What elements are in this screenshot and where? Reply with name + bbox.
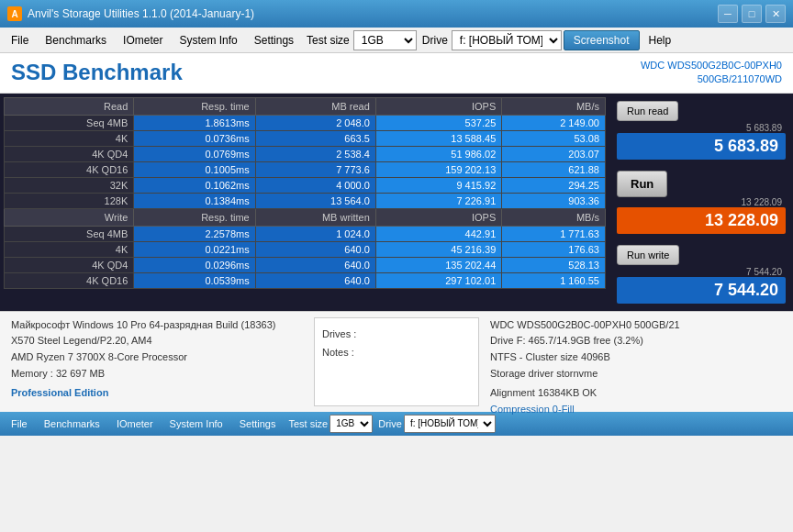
mb-4kqd4-write: 640.0	[255, 257, 375, 272]
mbs-seq4mb-read: 2 149.00	[502, 115, 606, 130]
read-row-4k: 4K 0.0736ms 663.5 13 588.45 53.08	[5, 130, 606, 146]
mbs-4k-write: 176.63	[502, 241, 606, 257]
right-line4: Storage driver stornvme	[490, 366, 782, 382]
menu-iometer[interactable]: IOmeter	[116, 30, 170, 50]
col-mbs: MB/s	[502, 97, 606, 115]
mbs-4kqd4-write: 528.13	[502, 257, 606, 272]
right-line2: Drive F: 465.7/14.9GB free (3.2%)	[490, 333, 782, 349]
run-write-button[interactable]: Run write	[617, 245, 679, 265]
menu-file[interactable]: File	[4, 30, 36, 50]
test-size-group: Test size 1GB 512MB 256MB	[307, 30, 417, 50]
col-resp-time-w: Resp. time	[134, 208, 255, 226]
mbs-32k-read: 294.25	[502, 177, 606, 193]
label-4kqd16-read: 4K QD16	[5, 161, 134, 177]
test-size-select[interactable]: 1GB 512MB 256MB	[353, 30, 417, 50]
taskbar-drive-select[interactable]: f: [НОВЫЙ ТОМ]	[404, 415, 496, 433]
label-4kqd4-read: 4K QD4	[5, 146, 134, 161]
label-4k-read: 4K	[5, 130, 134, 146]
sys-line2: X570 Steel Legend/P2.20, AM4	[11, 333, 303, 349]
label-32k-read: 32K	[5, 177, 134, 193]
resp-seq4mb-write: 2.2578ms	[134, 226, 255, 241]
drive-label: Drive	[422, 34, 448, 47]
mbs-4k-read: 53.08	[502, 130, 606, 146]
status-left: Майкрософт Windows 10 Pro 64-разрядная B…	[11, 317, 314, 406]
run-button[interactable]: Run	[617, 171, 667, 197]
label-seq4mb-write: Seq 4MB	[5, 226, 134, 241]
close-button[interactable]: ✕	[765, 5, 786, 23]
test-size-label: Test size	[307, 34, 350, 47]
resp-4kqd4-read: 0.0769ms	[134, 146, 255, 161]
iops-4kqd4-write: 135 202.44	[375, 257, 501, 272]
iops-32k-read: 9 415.92	[375, 177, 501, 193]
mb-32k-read: 4 000.0	[255, 177, 375, 193]
sys-line3: AMD Ryzen 7 3700X 8-Core Processor	[11, 349, 303, 366]
read-row-4kqd16: 4K QD16 0.1005ms 7 773.6 159 202.13 621.…	[5, 161, 606, 177]
write-row-4kqd4: 4K QD4 0.0296ms 640.0 135 202.44 528.13	[5, 257, 606, 272]
menu-settings[interactable]: Settings	[247, 30, 301, 50]
screenshot-button[interactable]: Screenshot	[564, 30, 640, 50]
write-score-value: 7 544.20	[617, 277, 786, 304]
read-row-seq4mb: Seq 4MB 1.8613ms 2 048.0 537.25 2 149.00	[5, 115, 606, 130]
professional-edition: Professional Edition	[11, 385, 303, 402]
resp-32k-read: 0.1062ms	[134, 177, 255, 193]
write-header-row: Write Resp. time MB written IOPS MB/s	[5, 208, 606, 226]
maximize-button[interactable]: □	[742, 5, 762, 23]
resp-seq4mb-read: 1.8613ms	[134, 115, 255, 130]
mb-4k-write: 640.0	[255, 241, 375, 257]
label-4kqd4-write: 4K QD4	[5, 257, 134, 272]
drive-select[interactable]: f: [НОВЫЙ ТОМ]	[452, 30, 562, 50]
col-mb-written: MB written	[255, 208, 375, 226]
iops-seq4mb-read: 537.25	[375, 115, 501, 130]
col-read: Read	[5, 97, 134, 115]
menu-help[interactable]: Help	[642, 30, 679, 50]
run-read-button[interactable]: Run read	[617, 101, 678, 121]
menu-bar: File Benchmarks IOmeter System Info Sett…	[0, 28, 793, 53]
drive-info-line2: 500GB/211070WD	[641, 72, 782, 86]
total-score-label: 13 228.09	[617, 197, 786, 207]
mbs-4kqd16-write: 1 160.55	[502, 272, 606, 288]
right-line1: WDC WDS500G2B0C-00PXH0 500GB/21	[490, 317, 782, 334]
taskbar-iometer[interactable]: IOmeter	[109, 416, 161, 431]
drive-info: WDC WDS500G2B0C-00PXH0 500GB/211070WD	[641, 59, 782, 87]
write-score-container: Run write 7 544.20 7 544.20	[617, 245, 786, 304]
iops-4kqd16-write: 297 102.01	[375, 272, 501, 288]
right-line6: Alignment 16384KB OK	[490, 385, 782, 402]
menu-benchmarks[interactable]: Benchmarks	[38, 30, 114, 50]
mbs-128k-read: 903.36	[502, 193, 606, 208]
taskbar-drive-label: Drive	[378, 418, 402, 429]
app-icon: A	[7, 6, 22, 21]
total-score-container: Run 13 228.09 13 228.09	[617, 171, 786, 234]
taskbar-settings[interactable]: Settings	[232, 416, 284, 431]
resp-4kqd4-write: 0.0296ms	[134, 257, 255, 272]
col-iops: IOPS	[375, 97, 501, 115]
minimize-button[interactable]: ─	[718, 5, 738, 23]
label-4kqd16-write: 4K QD16	[5, 272, 134, 288]
benchmark-area: Read Resp. time MB read IOPS MB/s Seq 4M…	[0, 94, 793, 311]
write-row-4kqd16: 4K QD16 0.0539ms 640.0 297 102.01 1 160.…	[5, 272, 606, 288]
col-mbs-w: MB/s	[502, 208, 606, 226]
read-row-32k: 32K 0.1062ms 4 000.0 9 415.92 294.25	[5, 177, 606, 193]
mbs-4kqd4-read: 203.07	[502, 146, 606, 161]
taskbar-system-info[interactable]: System Info	[162, 416, 230, 431]
benchmark-header: SSD Benchmark WDC WDS500G2B0C-00PXH0 500…	[0, 53, 793, 94]
read-row-4kqd4: 4K QD4 0.0769ms 2 538.4 51 986.02 203.07	[5, 146, 606, 161]
drive-group: Drive f: [НОВЫЙ ТОМ]	[422, 30, 562, 50]
col-write: Write	[5, 208, 134, 226]
read-score-value: 5 683.89	[617, 133, 786, 160]
taskbar-benchmarks[interactable]: Benchmarks	[37, 416, 107, 431]
menu-system-info[interactable]: System Info	[172, 30, 244, 50]
right-line7: Compression 0-Fill	[490, 402, 782, 418]
resp-4k-read: 0.0736ms	[134, 130, 255, 146]
status-right: WDC WDS500G2B0C-00PXH0 500GB/21 Drive F:…	[479, 317, 782, 406]
read-row-128k: 128K 0.1384ms 13 564.0 7 226.91 903.36	[5, 193, 606, 208]
read-header-row: Read Resp. time MB read IOPS MB/s	[5, 97, 606, 115]
taskbar-testsize-select[interactable]: 1GB	[329, 415, 373, 433]
sys-line4: Memory : 32 697 MB	[11, 366, 303, 382]
mbs-4kqd16-read: 621.88	[502, 161, 606, 177]
window-controls[interactable]: ─ □ ✕	[718, 5, 786, 23]
right-line3: NTFS - Cluster size 4096B	[490, 349, 782, 366]
taskbar-file[interactable]: File	[4, 416, 35, 431]
mb-4kqd16-write: 640.0	[255, 272, 375, 288]
label-4k-write: 4K	[5, 241, 134, 257]
main-content: SSD Benchmark WDC WDS500G2B0C-00PXH0 500…	[0, 53, 793, 412]
